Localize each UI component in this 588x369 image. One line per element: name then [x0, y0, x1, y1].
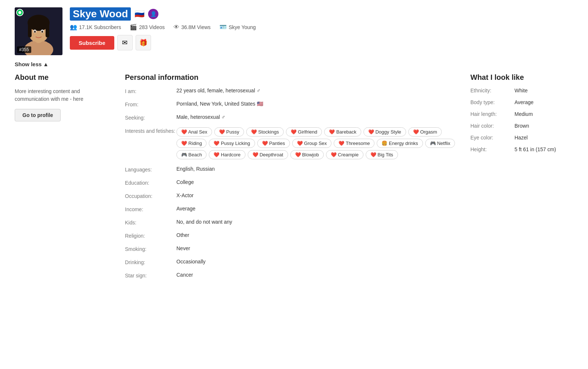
views-stat: 👁 36.8M Views [173, 24, 211, 31]
interest-tag: ❤️ Bareback [324, 127, 361, 136]
svg-rect-4 [28, 23, 32, 38]
personal-title: Personal information [125, 73, 456, 82]
info-row-income: Income: Average [125, 206, 456, 212]
info-columns: About me More interesting content and co… [15, 73, 573, 285]
value-education: College [176, 179, 456, 185]
alias-stat: 🪪 Skye Young [219, 24, 256, 31]
show-less-button[interactable]: Show less ▲ [15, 61, 49, 67]
interest-tag: ❤️ Threesome [334, 139, 374, 148]
value-seeking: Male, heterosexual ♂️ [176, 114, 456, 120]
interest-tag: ❤️ Blowjob [290, 150, 324, 159]
info-row-seeking: Seeking: Male, heterosexual ♂️ [125, 114, 456, 121]
interest-tag: ❤️ Stockings [246, 127, 284, 136]
value-hairlength: Medium [514, 111, 533, 117]
label-languages: Languages: [125, 166, 176, 173]
actions-row: Subscribe ✉ 🎁 [70, 35, 573, 50]
label-iam: I am: [125, 88, 176, 94]
info-row-education: Education: College [125, 179, 456, 186]
looks-row-eyecolor: Eye color: Hazel [470, 135, 573, 141]
interest-tag: ❤️ Anal Sex [176, 127, 212, 136]
looks-row-ethnicity: Ethnicity: White [470, 88, 573, 93]
show-less-label: Show less [15, 61, 42, 67]
label-haircolor: Hair color: [470, 123, 514, 129]
label-hairlength: Hair length: [470, 111, 514, 117]
label-height: Height: [470, 146, 514, 152]
show-less-row: Show less ▲ [15, 61, 573, 67]
avatar-wrapper: #355 [15, 7, 62, 55]
message-button[interactable]: ✉ [117, 35, 133, 50]
info-row-starsign: Star sign: Cancer [125, 272, 456, 278]
value-iam: 22 years old, female, heterosexual ♂️ [176, 88, 456, 93]
videos-icon: 🎬 [130, 24, 137, 31]
about-title: About me [15, 73, 110, 82]
label-kids: Kids: [125, 219, 176, 226]
show-less-arrow: ▲ [43, 61, 49, 67]
about-description: More interesting content and communicati… [15, 88, 110, 103]
subscribe-button[interactable]: Subscribe [70, 36, 114, 50]
value-ethnicity: White [514, 88, 528, 93]
profile-name-row: Skye Wood 🇷🇺 👤 [70, 7, 573, 21]
interest-tag: 🎮 Netflix [425, 139, 455, 148]
label-interests: Interests and fetishes: [125, 127, 176, 134]
svg-point-9 [42, 31, 43, 33]
label-bodytype: Body type: [470, 99, 514, 105]
looks-row-height: Height: 5 ft 61 in (157 cm) [470, 146, 573, 152]
interest-tag: ❤️ Girlfriend [286, 127, 322, 136]
label-ethnicity: Ethnicity: [470, 88, 514, 93]
info-row-occupation: Occupation: X-Actor [125, 192, 456, 199]
looks-column: What I look like Ethnicity: White Body t… [470, 73, 573, 158]
videos-value: 283 Videos [139, 24, 165, 30]
svg-point-8 [34, 31, 36, 33]
interest-tag: ❤️ Hardcore [209, 150, 245, 159]
info-row-smoking: Smoking: Never [125, 245, 456, 252]
page-wrapper: #355 Skye Wood 🇷🇺 👤 👥 17.1K Subscribers … [0, 0, 588, 292]
label-starsign: Star sign: [125, 272, 176, 278]
label-seeking: Seeking: [125, 114, 176, 121]
profile-header: #355 Skye Wood 🇷🇺 👤 👥 17.1K Subscribers … [15, 7, 573, 55]
info-row-interests: Interests and fetishes: ❤️ Anal Sex❤️ Pu… [125, 127, 456, 159]
info-row-iam: I am: 22 years old, female, heterosexual… [125, 88, 456, 94]
value-haircolor: Brown [514, 123, 529, 129]
looks-row-hairlength: Hair length: Medium [470, 111, 573, 117]
label-eyecolor: Eye color: [470, 135, 514, 141]
looks-title: What I look like [470, 73, 573, 82]
subscribers-value: 17.1K Subscribers [79, 24, 121, 30]
gift-button[interactable]: 🎁 [136, 35, 151, 50]
value-height: 5 ft 61 in (157 cm) [514, 146, 556, 152]
value-from: Pornland, New York, United States 🇺🇸 [176, 101, 456, 107]
value-smoking: Never [176, 245, 456, 251]
info-row-drinking: Drinking: Occasionally [125, 259, 456, 265]
info-row-from: From: Pornland, New York, United States … [125, 101, 456, 107]
videos-stat: 🎬 283 Videos [130, 24, 165, 31]
info-row-languages: Languages: English, Russian [125, 166, 456, 173]
value-starsign: Cancer [176, 272, 456, 278]
svg-point-11 [38, 41, 50, 54]
value-eyecolor: Hazel [514, 135, 528, 141]
value-bodytype: Average [514, 99, 534, 105]
interest-tag: ❤️ Doggy Style [363, 127, 406, 136]
verified-icon: 👤 [148, 9, 158, 19]
label-education: Education: [125, 179, 176, 186]
views-icon: 👁 [173, 24, 179, 31]
profile-info: Skye Wood 🇷🇺 👤 👥 17.1K Subscribers 🎬 283… [70, 7, 573, 50]
interest-tag: ❤️ Orgasm [408, 127, 442, 136]
value-occupation: X-Actor [176, 192, 456, 198]
interest-tag: 🍔 Energy drinks [377, 139, 423, 148]
interest-tag: ❤️ Creampie [326, 150, 363, 159]
alias-value: Skye Young [229, 24, 256, 30]
value-religion: Other [176, 232, 456, 238]
value-kids: No, and do not want any [176, 219, 456, 225]
looks-row-haircolor: Hair color: Brown [470, 123, 573, 129]
label-income: Income: [125, 206, 176, 212]
go-to-profile-button[interactable]: Go to profile [15, 109, 61, 121]
label-from: From: [125, 101, 176, 107]
info-row-religion: Religion: Other [125, 232, 456, 239]
alias-icon: 🪪 [219, 24, 227, 31]
looks-row-bodytype: Body type: Average [470, 99, 573, 105]
about-column: About me More interesting content and co… [15, 73, 110, 121]
label-drinking: Drinking: [125, 259, 176, 265]
interest-tag: ❤️ Big Tits [366, 150, 398, 159]
flag-icon: 🇷🇺 [135, 9, 144, 19]
subscribers-stat: 👥 17.1K Subscribers [70, 24, 121, 31]
value-drinking: Occasionally [176, 259, 456, 265]
